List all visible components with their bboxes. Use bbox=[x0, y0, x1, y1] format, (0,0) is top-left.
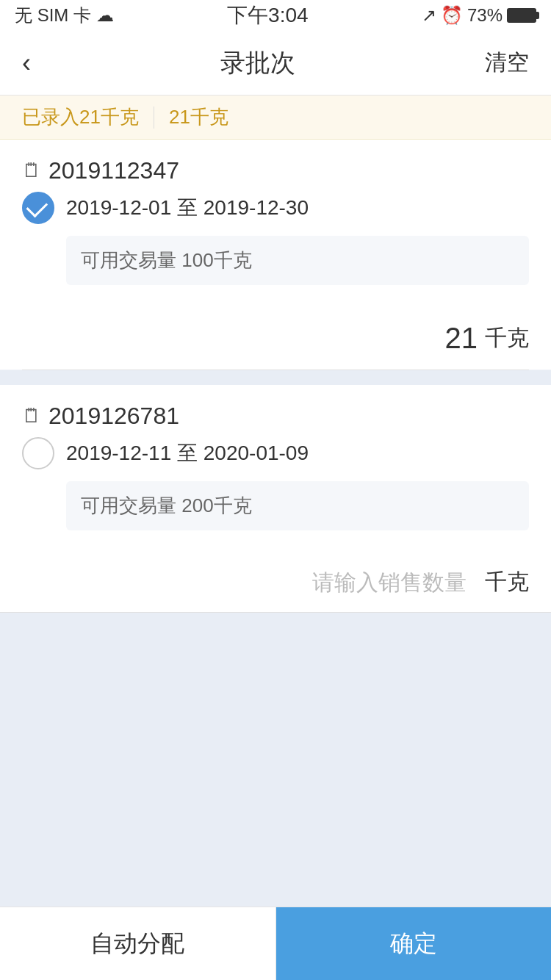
page-title: 录批次 bbox=[220, 46, 295, 80]
status-left: 无 SIM 卡 ☁ bbox=[15, 4, 114, 27]
back-button[interactable]: ‹ bbox=[22, 48, 31, 79]
batch-1-date: 2019-12-01 至 2019-12-30 bbox=[66, 194, 309, 222]
card-separator bbox=[0, 370, 551, 385]
clear-button[interactable]: 清空 bbox=[485, 48, 529, 78]
info-banner: 已录入21千克 21千克 bbox=[0, 96, 551, 140]
batch-2-quantity-input-row[interactable]: 千克 bbox=[0, 552, 551, 613]
batch-2-unit: 千克 bbox=[485, 567, 529, 597]
battery-percent: 73% bbox=[467, 5, 503, 26]
status-bar: 无 SIM 卡 ☁ 下午3:04 ↗ ⏰ 73% bbox=[0, 0, 551, 31]
batch-1-quantity-row: 21 千克 bbox=[0, 307, 551, 370]
main-content: 已录入21千克 21千克 🗒 2019112347 2019-12-01 至 2… bbox=[0, 96, 551, 980]
batch-2-quantity-input[interactable] bbox=[198, 570, 478, 595]
nav-bar: ‹ 录批次 清空 bbox=[0, 31, 551, 96]
status-time: 下午3:04 bbox=[227, 1, 309, 29]
batch-1-checkbox[interactable] bbox=[22, 192, 54, 224]
batch-1-icon: 🗒 bbox=[22, 159, 41, 182]
batch-2-header: 🗒 2019126781 bbox=[22, 403, 529, 430]
batch-2-checkbox[interactable] bbox=[22, 437, 54, 469]
confirm-button[interactable]: 确定 bbox=[276, 907, 552, 980]
battery-icon bbox=[507, 8, 536, 23]
batch-1-header: 🗒 2019112347 bbox=[22, 157, 529, 184]
bottom-buttons: 自动分配 确定 bbox=[0, 907, 551, 980]
auto-distribute-button[interactable]: 自动分配 bbox=[0, 907, 276, 980]
batch-1-unit: 千克 bbox=[485, 323, 529, 353]
batch-item-1: 🗒 2019112347 2019-12-01 至 2019-12-30 可用交… bbox=[0, 140, 551, 307]
batch-1-number: 2019112347 bbox=[48, 157, 179, 184]
batch-2-available: 可用交易量 200千克 bbox=[66, 481, 529, 530]
batch-1-date-row: 2019-12-01 至 2019-12-30 bbox=[22, 192, 529, 224]
batch-1-available: 可用交易量 100千克 bbox=[66, 236, 529, 285]
alarm-icon: ⏰ bbox=[441, 5, 463, 26]
total-weight: 21千克 bbox=[169, 104, 228, 130]
batch-item-2: 🗒 2019126781 2019-12-11 至 2020-01-09 可用交… bbox=[0, 385, 551, 552]
location-icon: ↗ bbox=[422, 5, 436, 26]
batch-2-icon: 🗒 bbox=[22, 405, 41, 428]
batch-2-date-row: 2019-12-11 至 2020-01-09 bbox=[22, 437, 529, 469]
batch-1-quantity-value: 21 bbox=[445, 322, 478, 355]
batch-2-date: 2019-12-11 至 2020-01-09 bbox=[66, 439, 309, 467]
status-right: ↗ ⏰ 73% bbox=[422, 5, 536, 26]
recorded-weight: 已录入21千克 bbox=[22, 104, 139, 130]
sim-text: 无 SIM 卡 ☁ bbox=[15, 4, 114, 27]
batch-2-number: 2019126781 bbox=[48, 403, 179, 430]
banner-divider bbox=[154, 107, 154, 129]
